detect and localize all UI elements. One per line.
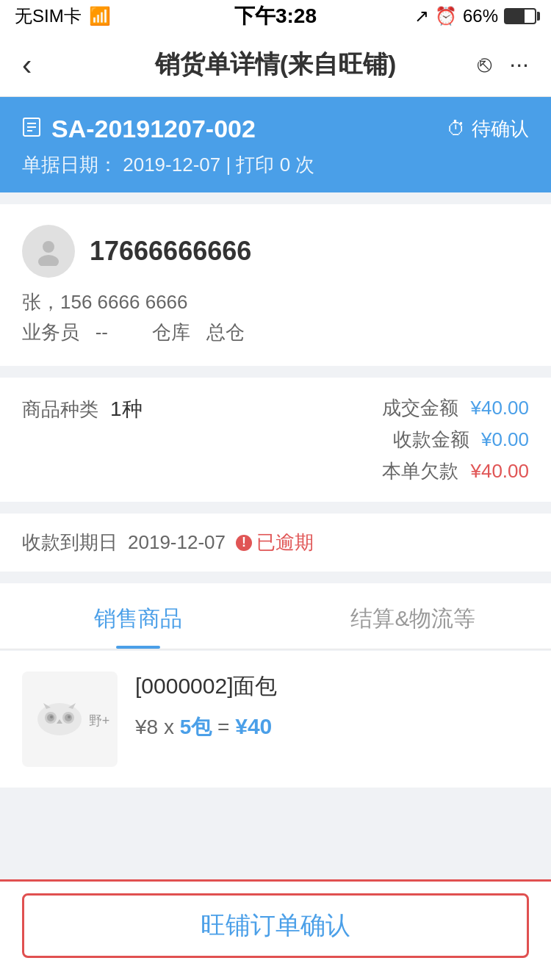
equals-sign: = <box>217 716 235 738</box>
location-icon: ↗ <box>414 6 429 26</box>
nav-actions: ⎋ ··· <box>478 51 529 78</box>
overdue-text: 已逾期 <box>256 530 314 555</box>
stats-left: 商品种类 1种 <box>22 395 382 423</box>
print-info: | 打印 0 次 <box>226 154 314 176</box>
order-number: SA-20191207-002 <box>22 115 256 143</box>
debt-row: 本单欠款 ¥40.00 <box>382 458 529 484</box>
staff-label: 业务员 -- <box>22 320 108 345</box>
status-bar-left: 无SIM卡 📶 <box>15 4 111 28</box>
avatar <box>22 225 75 278</box>
battery-text: 66% <box>463 6 498 26</box>
due-date-label: 收款到期日 <box>22 530 118 555</box>
type-value: 1种 <box>110 395 143 423</box>
order-date: 2019-12-07 <box>123 154 220 176</box>
date-label: 单据日期： <box>22 154 118 176</box>
svg-point-5 <box>38 255 59 266</box>
confirm-button[interactable]: 旺铺订单确认 <box>22 893 529 958</box>
amount-value: ¥40.00 <box>470 397 529 419</box>
due-date-card: 收款到期日 2019-12-07 ! 已逾期 <box>0 514 551 572</box>
warehouse-label: 仓库 总仓 <box>152 320 245 345</box>
price-value: ¥8 <box>135 716 158 738</box>
status-bar: 无SIM卡 📶 下午3:28 ↗ ⏰ 66% <box>0 0 551 32</box>
share-icon[interactable]: ⎋ <box>478 51 491 78</box>
order-status-text: 待确认 <box>472 116 529 142</box>
quantity-value: 5包 <box>180 716 212 738</box>
product-thumbnail: 野+ <box>22 671 118 767</box>
product-info: [0000002]面包 ¥8 x 5包 = ¥40 <box>135 671 529 741</box>
status-clock-icon: ⏱ <box>447 118 466 140</box>
receipt-label: 收款金额 <box>393 427 469 453</box>
product-card: 野+ [0000002]面包 ¥8 x 5包 = ¥40 <box>0 651 551 788</box>
svg-point-12 <box>68 716 71 718</box>
carrier-text: 无SIM卡 <box>15 4 82 28</box>
tab-products[interactable]: 销售商品 <box>0 583 276 649</box>
order-icon <box>22 115 44 143</box>
debt-label: 本单欠款 <box>382 458 458 484</box>
more-icon[interactable]: ··· <box>509 51 529 78</box>
customer-contact: 张，156 6666 6666 <box>22 289 529 315</box>
stats-card: 商品种类 1种 成交金额 ¥40.00 收款金额 ¥0.00 本单欠款 ¥40.… <box>0 378 551 502</box>
nav-bar: ‹ 销货单详情(来自旺铺) ⎋ ··· <box>0 32 551 97</box>
tabs-container: 销售商品 结算&物流等 <box>0 583 551 649</box>
battery-icon <box>504 8 536 24</box>
svg-point-4 <box>43 241 54 253</box>
customer-card: 17666666666 张，156 6666 6666 业务员 -- 仓库 总仓 <box>0 204 551 366</box>
amount-label: 成交金额 <box>382 395 458 421</box>
order-meta: 单据日期： 2019-12-07 | 打印 0 次 <box>22 152 529 178</box>
svg-point-11 <box>50 716 53 718</box>
order-header-card: SA-20191207-002 ⏱ 待确认 单据日期： 2019-12-07 |… <box>0 97 551 192</box>
order-number-text: SA-20191207-002 <box>51 115 256 143</box>
debt-value: ¥40.00 <box>470 460 529 483</box>
total-value: ¥40 <box>235 714 272 738</box>
type-label: 商品种类 <box>22 397 98 422</box>
staff-value: -- <box>96 321 108 343</box>
tabs: 销售商品 结算&物流等 <box>0 583 551 649</box>
product-price: ¥8 x 5包 = ¥40 <box>135 713 529 741</box>
order-status: ⏱ 待确认 <box>447 116 529 142</box>
status-bar-time: 下午3:28 <box>234 2 317 30</box>
confirm-button-container: 旺铺订单确认 <box>0 879 551 980</box>
customer-staff-row: 业务员 -- 仓库 总仓 <box>22 320 529 345</box>
due-date-value: 2019-12-07 <box>128 531 226 554</box>
receipt-row: 收款金额 ¥0.00 <box>393 427 529 453</box>
alarm-icon: ⏰ <box>435 6 457 26</box>
stats-right: 成交金额 ¥40.00 收款金额 ¥0.00 本单欠款 ¥40.00 <box>382 395 529 484</box>
product-name: [0000002]面包 <box>135 671 529 702</box>
overdue-badge: ! 已逾期 <box>236 530 314 555</box>
status-bar-right: ↗ ⏰ 66% <box>414 6 536 26</box>
amount-row: 成交金额 ¥40.00 <box>382 395 529 421</box>
page-title: 销货单详情(来自旺铺) <box>155 48 397 82</box>
wifi-icon: 📶 <box>89 6 111 26</box>
confirm-button-label: 旺铺订单确认 <box>201 909 350 943</box>
customer-phone: 17666666666 <box>90 236 251 267</box>
tab-settlement[interactable]: 结算&物流等 <box>276 583 551 649</box>
overdue-icon: ! <box>236 535 252 551</box>
receipt-value: ¥0.00 <box>481 428 529 451</box>
multiply-sign: x <box>164 716 180 738</box>
back-button[interactable]: ‹ <box>22 50 32 79</box>
warehouse-value: 总仓 <box>206 321 245 343</box>
